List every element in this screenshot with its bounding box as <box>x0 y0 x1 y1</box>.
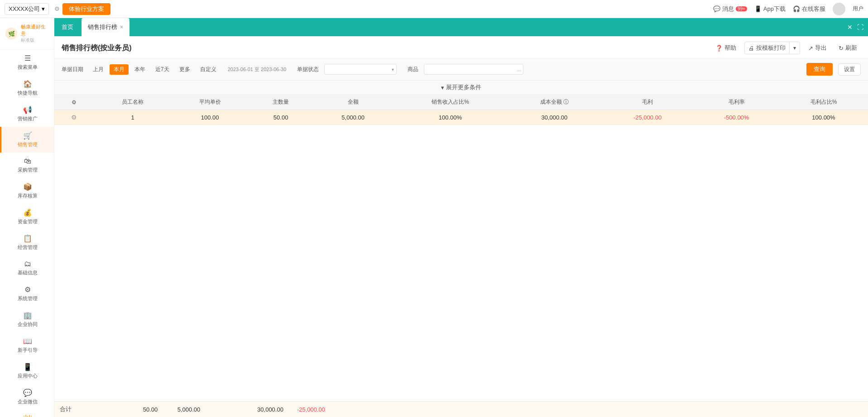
data-table: ⚙员工名称平均单价主数量全额销售收入占比%成本全额 ⓘ毛利毛利率毛利占比% ⚙1… <box>54 95 868 125</box>
company-name: XXXXX公司 <box>9 5 40 13</box>
chevron-down-icon: ▾ <box>441 84 444 91</box>
cell-avg_price: 100.00 <box>171 110 249 125</box>
footer-qty: 50.00 <box>132 406 168 413</box>
sidebar-item-marketing[interactable]: 📢 营销推广 <box>0 101 54 127</box>
print-button[interactable]: 🖨 按模板打印 <box>745 42 790 54</box>
sidebar-item-inventory[interactable]: 📦 库存核算 <box>0 178 54 204</box>
finance-label: 资金管理 <box>18 218 38 225</box>
sidebar-item-app-center[interactable]: 📱 应用中心 <box>0 358 54 384</box>
col-gross_pct: 毛利占比% <box>779 95 868 110</box>
app-icon: 📱 <box>754 5 762 12</box>
col-name: 员工名称 <box>94 95 172 110</box>
help-button[interactable]: ❓ 帮助 <box>712 42 740 54</box>
settings-icon[interactable]: ⚙ <box>54 5 60 12</box>
cell-sales_pct: 100.00% <box>393 110 508 125</box>
marketing-label: 营销推广 <box>18 115 38 122</box>
search-order-icon: ☰ <box>24 54 31 62</box>
expand-button[interactable]: ▾ 展开更多条件 <box>441 83 481 91</box>
app-download-label: App下载 <box>763 5 786 13</box>
trial-button[interactable]: 体验行业方案 <box>62 3 110 15</box>
sidebar-item-sales[interactable]: 🛒 销售管理 <box>0 127 54 153</box>
sidebar-item-search-order[interactable]: ☰ 搜索菜单 <box>0 49 54 75</box>
date-tabs: 上月本月本年近7天更多自定义 <box>89 64 221 75</box>
purchase-label: 采购管理 <box>18 167 38 173</box>
refresh-button[interactable]: ↻ 刷新 <box>835 42 861 54</box>
export-button[interactable]: ↗ 导出 <box>805 42 830 54</box>
guide-icon: 📖 <box>23 337 32 345</box>
sidebar-item-finance[interactable]: 💰 资金管理 <box>0 204 54 230</box>
query-button[interactable]: 查询 <box>806 63 833 76</box>
cell-cost: 30,000.00 <box>508 110 601 125</box>
search-order-label: 搜索菜单 <box>18 64 38 71</box>
quick-nav-icon: 🏠 <box>23 80 32 88</box>
goods-input[interactable] <box>424 64 523 75</box>
quick-nav-label: 快捷导航 <box>18 90 38 96</box>
main-layout: 🌿 畅康通好生意 标准版 ☰ 搜索菜单 🏠 快捷导航 📢 营销推广 🛒 销售管理… <box>0 18 868 417</box>
app-download-item[interactable]: 📱 App下载 <box>754 5 786 13</box>
help-icon: ❓ <box>715 45 723 52</box>
goods-filter-label: 商品 <box>408 66 418 73</box>
col-cost: 成本全额 ⓘ <box>508 95 601 110</box>
sidebar-item-base-info[interactable]: 🗂 基础信息 <box>0 255 54 281</box>
page-actions: ❓ 帮助 🖨 按模板打印 ▾ ↗ 导出 <box>712 42 861 54</box>
sidebar-item-guide[interactable]: 📖 新手引导 <box>0 332 54 358</box>
sidebar-items-container: ☰ 搜索菜单 🏠 快捷导航 📢 营销推广 🛒 销售管理 🛍 采购管理 📦 库存核… <box>0 49 54 417</box>
sales-icon: 🛒 <box>23 131 32 140</box>
chevron-down-icon: ▾ <box>42 5 45 12</box>
sidebar-item-system[interactable]: ⚙ 系统管理 <box>0 281 54 307</box>
cell-name: 1 <box>94 110 172 125</box>
base-info-icon: 🗂 <box>24 260 31 268</box>
app-center-label: 应用中心 <box>18 373 38 379</box>
footer-sales-pct <box>209 406 250 413</box>
company-selector[interactable]: XXXXX公司 ▾ <box>5 3 49 15</box>
window-close-icon[interactable]: ✕ <box>847 24 853 31</box>
tab-home[interactable]: 首页 <box>54 18 81 36</box>
print-dropdown-button[interactable]: ▾ <box>790 42 800 54</box>
online-service-item[interactable]: 🎧 在线客服 <box>793 5 825 13</box>
user-name: 用户 <box>853 5 863 13</box>
system-label: 系统管理 <box>18 295 38 302</box>
date-tab-更多[interactable]: 更多 <box>175 64 194 75</box>
tab-sales-ranking[interactable]: 销售排行榜 × <box>82 18 129 36</box>
logo-text: 畅康通好生意 标准版 <box>21 24 49 43</box>
date-tab-本年[interactable]: 本年 <box>130 64 149 75</box>
status-select[interactable] <box>324 64 397 75</box>
marketing-icon: 📢 <box>23 105 32 114</box>
col-gross_rate: 毛利率 <box>694 95 779 110</box>
refresh-icon: ↻ <box>839 45 844 52</box>
app-center-icon: 📱 <box>23 363 32 371</box>
cell-gross_pct: 100.00% <box>779 110 868 125</box>
sidebar-item-quick-nav[interactable]: 🏠 快捷导航 <box>0 75 54 101</box>
page-content: 销售排行榜(按业务员) ❓ 帮助 🖨 按模板打印 ▾ <box>54 36 868 417</box>
window-expand-icon[interactable]: ⛶ <box>857 24 863 31</box>
sidebar-item-purchase[interactable]: 🛍 采购管理 <box>0 153 54 178</box>
sidebar-item-enterprise[interactable]: 🏢 企业协同 <box>0 307 54 332</box>
table-row: ⚙1100.0050.005,000.00100.00%30,000.00-25… <box>54 110 868 125</box>
svg-text:🌿: 🌿 <box>8 30 15 38</box>
sidebar-logo: 🌿 畅康通好生意 标准版 <box>0 18 54 49</box>
message-item[interactable]: 💬 消息 99+ <box>713 5 747 13</box>
sidebar-item-member[interactable]: 👑 畅会员 <box>0 410 54 417</box>
date-tab-上月[interactable]: 上月 <box>89 64 108 75</box>
footer-avg-price <box>96 406 132 413</box>
date-tab-本月[interactable]: 本月 <box>110 64 129 75</box>
col-qty: 主数量 <box>249 95 313 110</box>
tab-close-icon[interactable]: × <box>120 24 123 30</box>
table-header-row: ⚙员工名称平均单价主数量全额销售收入占比%成本全额 ⓘ毛利毛利率毛利占比% <box>54 95 868 110</box>
cell-amount: 5,000.00 <box>313 110 393 125</box>
message-icon: 💬 <box>713 5 720 12</box>
date-tab-自定义[interactable]: 自定义 <box>196 64 221 75</box>
avatar[interactable] <box>833 3 845 15</box>
page-header: 销售排行榜(按业务员) ❓ 帮助 🖨 按模板打印 ▾ <box>54 36 868 58</box>
enterprise-icon: 🏢 <box>23 311 32 320</box>
settings-small-button[interactable]: 设置 <box>838 63 861 76</box>
footer-amount: 5,000.00 <box>168 406 209 413</box>
sidebar-item-operations[interactable]: 📋 经营管理 <box>0 230 54 255</box>
date-tab-近7天[interactable]: 近7天 <box>151 64 173 75</box>
col-settings: ⚙ <box>54 95 94 110</box>
cell-gross_rate: -500.00% <box>694 110 779 125</box>
sidebar-item-wechat[interactable]: 💬 企业微信 <box>0 384 54 410</box>
operations-icon: 📋 <box>23 234 32 243</box>
system-icon: ⚙ <box>24 285 31 294</box>
wechat-label: 企业微信 <box>18 398 38 405</box>
